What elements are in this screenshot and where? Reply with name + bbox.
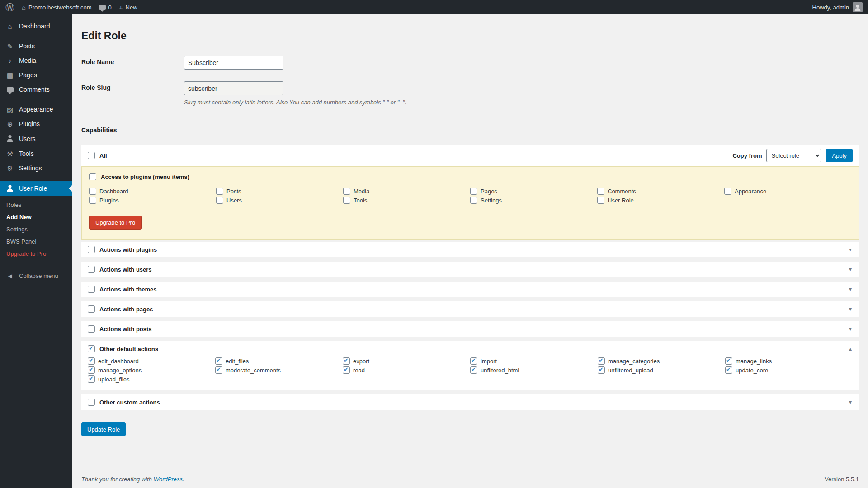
footer-thanks: Thank you for creating with WordPress. <box>81 476 184 483</box>
unfiltered-upload-checkbox[interactable] <box>598 366 605 374</box>
all-checkbox[interactable] <box>88 152 95 159</box>
other-custom-actions-checkbox[interactable] <box>88 399 95 406</box>
dashboard-access-checkbox[interactable] <box>89 188 96 195</box>
chevron-down-icon[interactable]: ▾ <box>849 266 852 272</box>
wordpress-logo-icon: Ⓦ <box>5 1 14 14</box>
howdy-label: Howdy, admin <box>812 4 849 11</box>
import-checkbox[interactable] <box>470 357 477 365</box>
plugins-access-title: Access to plugins (menu items) <box>101 174 189 180</box>
users-access-checkbox[interactable] <box>216 197 223 204</box>
sidebar-item-users[interactable]: Users <box>0 131 72 146</box>
copy-from-role-select[interactable]: Select role <box>766 149 821 162</box>
site-name-link[interactable]: ⌂ Promo bestwebsoft.com <box>22 0 92 14</box>
actions-with-themes-checkbox[interactable] <box>88 286 95 293</box>
pages-access-checkbox[interactable] <box>470 188 477 195</box>
manage-options-checkbox[interactable] <box>88 366 95 374</box>
chevron-down-icon[interactable]: ▾ <box>849 399 852 405</box>
role-name-label: Role Name <box>81 56 184 70</box>
upload-files-checkbox[interactable] <box>88 375 95 383</box>
chevron-down-icon[interactable]: ▾ <box>849 326 852 332</box>
user-role-submenu: Roles Add New Settings BWS Panel Upgrade… <box>0 199 72 263</box>
admin-bar-comments[interactable]: 0 <box>99 0 112 14</box>
submenu-item-bws-panel[interactable]: BWS Panel <box>0 235 72 248</box>
settings-access-checkbox[interactable] <box>470 197 477 204</box>
upgrade-to-pro-button[interactable]: Upgrade to Pro <box>89 216 142 230</box>
sidebar-item-label: Plugins <box>19 120 40 127</box>
actions-with-pages-checkbox[interactable] <box>88 305 95 313</box>
user-avatar <box>853 2 863 12</box>
copy-from-controls: Copy from Select role Apply <box>732 149 853 162</box>
admin-bar-new[interactable]: + New <box>119 0 137 14</box>
wordpress-link[interactable]: WordPress <box>154 476 183 483</box>
sidebar-item-user-role[interactable]: User Role <box>0 181 72 196</box>
update-core-checkbox[interactable] <box>725 366 732 374</box>
role-name-row: Role Name <box>81 56 859 70</box>
sidebar-item-appearance[interactable]: ▨ Appearance <box>0 102 72 117</box>
plugins-access-grid: Dashboard Posts Media Pages Comments App… <box>89 188 851 204</box>
actions-with-plugins-checkbox[interactable] <box>88 246 95 253</box>
edit-dashboard-checkbox[interactable] <box>88 357 95 365</box>
chevron-up-icon[interactable]: ▴ <box>849 346 852 352</box>
admin-bar-left: Ⓦ ⌂ Promo bestwebsoft.com 0 + New <box>5 0 137 14</box>
plugin-access-item: Pages <box>470 188 597 195</box>
page-title: Edit Role <box>81 30 859 42</box>
manage-links-checkbox[interactable] <box>725 357 732 365</box>
plugins-access-checkbox[interactable] <box>89 173 96 180</box>
chevron-down-icon[interactable]: ▾ <box>849 306 852 312</box>
media-access-checkbox[interactable] <box>343 188 350 195</box>
submenu-item-add-new[interactable]: Add New <box>0 211 72 223</box>
manage-categories-checkbox[interactable] <box>598 357 605 365</box>
plugin-access-item: Settings <box>470 197 597 204</box>
chevron-down-icon[interactable]: ▾ <box>849 246 852 253</box>
submenu-item-roles[interactable]: Roles <box>0 199 72 211</box>
plugins-icon: ⊕ <box>5 121 14 127</box>
apply-button[interactable]: Apply <box>826 149 853 162</box>
sidebar-item-dashboard[interactable]: ⌂ Dashboard <box>0 19 72 33</box>
read-checkbox[interactable] <box>343 366 350 374</box>
export-checkbox[interactable] <box>343 357 350 365</box>
sidebar-item-tools[interactable]: ⚒ Tools <box>0 146 72 161</box>
posts-icon: ✎ <box>5 43 14 50</box>
submenu-item-upgrade-to-pro[interactable]: Upgrade to Pro <box>0 248 72 260</box>
update-role-button[interactable]: Update Role <box>81 422 126 436</box>
sidebar-item-comments[interactable]: Comments <box>0 82 72 97</box>
plugin-access-item: Plugins <box>89 197 216 204</box>
sidebar-item-pages[interactable]: ▤ Pages <box>0 68 72 82</box>
capabilities-heading: Capabilities <box>81 127 859 134</box>
sidebar-item-media[interactable]: ♪ Media <box>0 53 72 68</box>
comments-access-checkbox[interactable] <box>597 188 604 195</box>
other-default-actions-checkbox[interactable] <box>88 345 95 352</box>
submenu-item-settings[interactable]: Settings <box>0 223 72 235</box>
main-content: Edit Role Role Name Role Slug Slug must … <box>72 0 868 488</box>
tools-access-checkbox[interactable] <box>343 197 350 204</box>
chevron-down-icon[interactable]: ▾ <box>849 286 852 292</box>
user-role-access-checkbox[interactable] <box>597 197 604 204</box>
role-name-input[interactable] <box>184 56 283 70</box>
section-actions-with-themes: Actions with themes ▾ <box>81 282 859 297</box>
plugin-access-item: Comments <box>597 188 724 195</box>
sidebar-item-label: Appearance <box>19 106 53 113</box>
moderate-comments-checkbox[interactable] <box>215 366 222 374</box>
dashboard-icon: ⌂ <box>5 23 14 30</box>
posts-access-checkbox[interactable] <box>216 188 223 195</box>
wordpress-logo-menu[interactable]: Ⓦ <box>5 0 14 14</box>
appearance-access-checkbox[interactable] <box>724 188 731 195</box>
admin-bar-account[interactable]: Howdy, admin <box>812 2 863 12</box>
role-slug-label: Role Slug <box>81 81 184 106</box>
sidebar-item-settings[interactable]: ⚙ Settings <box>0 161 72 175</box>
plugins-menu-access-checkbox[interactable] <box>89 197 96 204</box>
collapse-menu-button[interactable]: ◀ Collapse menu <box>0 269 72 283</box>
role-slug-input[interactable] <box>184 81 283 95</box>
sidebar-item-posts[interactable]: ✎ Posts <box>0 39 72 53</box>
capability-item: moderate_comments <box>215 366 343 374</box>
capability-item: manage_links <box>725 357 853 365</box>
role-slug-row: Role Slug Slug must contain only latin l… <box>81 81 859 106</box>
actions-with-users-checkbox[interactable] <box>88 266 95 273</box>
unfiltered-html-checkbox[interactable] <box>470 366 477 374</box>
capabilities-all-row: All Copy from Select role Apply <box>81 145 859 166</box>
user-role-icon <box>5 184 14 192</box>
sidebar-item-plugins[interactable]: ⊕ Plugins <box>0 117 72 131</box>
edit-files-checkbox[interactable] <box>215 357 222 365</box>
actions-with-posts-checkbox[interactable] <box>88 325 95 333</box>
capability-item: manage_categories <box>598 357 725 365</box>
